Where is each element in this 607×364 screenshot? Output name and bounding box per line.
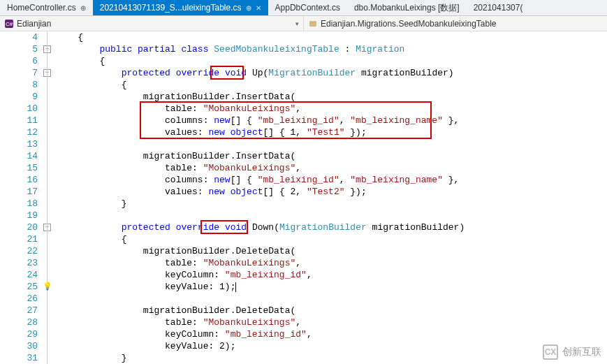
line-number: 28 bbox=[0, 316, 38, 328]
csharp-file-icon: C# bbox=[4, 19, 14, 29]
code-line[interactable]: } bbox=[56, 352, 607, 364]
line-number: 24 bbox=[0, 269, 38, 281]
tab-label: HomeController.cs bbox=[7, 3, 76, 13]
code-editor[interactable]: 4567891011121314151617181920212223242526… bbox=[0, 31, 607, 364]
tab-label: 2021041307( bbox=[474, 3, 523, 13]
code-area[interactable]: { public partial class SeedMobankuleixin… bbox=[54, 31, 607, 364]
line-number: 8 bbox=[0, 79, 38, 91]
line-number: 14 bbox=[0, 150, 38, 162]
code-line[interactable]: protected override void Down(MigrationBu… bbox=[56, 221, 607, 233]
code-line[interactable]: migrationBuilder.DeleteData( bbox=[56, 305, 607, 316]
line-number: 16 bbox=[0, 174, 38, 186]
watermark: CX 创新互联 bbox=[543, 344, 601, 360]
code-line[interactable]: values: new object[] { 2, "Test2" }); bbox=[56, 186, 607, 198]
line-number: 11 bbox=[0, 115, 38, 126]
code-line[interactable]: columns: new[] { "mb_leixing_id", "mb_le… bbox=[56, 174, 607, 186]
code-line[interactable]: table: "MobankuLeixings", bbox=[56, 162, 607, 174]
tab-seedtable-active[interactable]: 20210413071139_S...uleixingTable.cs ⊕ ✕ bbox=[93, 0, 268, 15]
watermark-text: 创新互联 bbox=[562, 346, 601, 358]
line-number: 26 bbox=[0, 293, 38, 305]
tab-homecontroller[interactable]: HomeController.cs ⊕ bbox=[0, 0, 93, 15]
tab-bar: HomeController.cs ⊕ 20210413071139_S...u… bbox=[0, 0, 607, 16]
line-number: 22 bbox=[0, 245, 38, 257]
lightbulb-icon[interactable]: 💡 bbox=[43, 282, 52, 291]
line-number: 30 bbox=[0, 340, 38, 352]
code-line[interactable]: keyColumn: "mb_leixing_id", bbox=[56, 269, 607, 281]
tab-label: dbo.MobankuLeixings [数据] bbox=[354, 2, 460, 14]
line-number: 17 bbox=[0, 186, 38, 198]
line-number: 29 bbox=[0, 328, 38, 340]
code-line[interactable]: keyValue: 2); bbox=[56, 340, 607, 352]
navigation-bar: C# Edianjian ▾ Edianjian.Migrations.Seed… bbox=[0, 16, 607, 31]
code-line[interactable]: table: "MobankuLeixings", bbox=[56, 316, 607, 328]
tab-overflow[interactable]: 2021041307( bbox=[467, 0, 530, 15]
line-number: 5 bbox=[0, 43, 38, 55]
line-number: 4 bbox=[0, 31, 38, 43]
tab-dbo-mobanku[interactable]: dbo.MobankuLeixings [数据] bbox=[347, 0, 467, 15]
fold-column: −−−💡 bbox=[42, 31, 54, 364]
tab-label: 20210413071139_S...uleixingTable.cs bbox=[100, 3, 242, 13]
line-number-gutter: 4567891011121314151617181920212223242526… bbox=[0, 31, 42, 364]
code-line[interactable]: migrationBuilder.InsertData( bbox=[56, 150, 607, 162]
svg-text:C#: C# bbox=[6, 21, 13, 27]
code-line[interactable] bbox=[56, 293, 607, 305]
code-line[interactable]: values: new object[] { 1, "Test1" }); bbox=[56, 126, 607, 138]
line-number: 21 bbox=[0, 233, 38, 245]
code-line[interactable]: { bbox=[56, 31, 607, 43]
nav-project-text: Edianjian bbox=[17, 19, 51, 29]
nav-class-text: Edianjian.Migrations.SeedMobankuleixingT… bbox=[321, 19, 497, 29]
line-number: 10 bbox=[0, 103, 38, 115]
pin-icon: ⊕ bbox=[246, 4, 251, 12]
nav-scope-class[interactable]: Edianjian.Migrations.SeedMobankuleixingT… bbox=[304, 16, 607, 31]
code-line[interactable]: migrationBuilder.DeleteData( bbox=[56, 245, 607, 257]
line-number: 6 bbox=[0, 55, 38, 67]
code-line[interactable]: public partial class SeedMobankuleixingT… bbox=[56, 43, 607, 55]
chevron-down-icon: ▾ bbox=[295, 20, 299, 27]
code-line[interactable] bbox=[56, 210, 607, 221]
code-line[interactable]: { bbox=[56, 55, 607, 67]
code-line[interactable]: } bbox=[56, 198, 607, 210]
line-number: 27 bbox=[0, 305, 38, 316]
code-line[interactable]: { bbox=[56, 79, 607, 91]
code-line[interactable]: protected override void Up(MigrationBuil… bbox=[56, 67, 607, 79]
code-line[interactable]: keyValue: 1); bbox=[56, 281, 607, 293]
code-line[interactable]: table: "MobankuLeixings", bbox=[56, 257, 607, 269]
pin-icon: ⊕ bbox=[80, 4, 86, 12]
code-line[interactable] bbox=[56, 138, 607, 150]
code-line[interactable]: keyColumn: "mb_leixing_id", bbox=[56, 328, 607, 340]
code-line[interactable]: migrationBuilder.InsertData( bbox=[56, 91, 607, 103]
line-number: 15 bbox=[0, 162, 38, 174]
line-number: 23 bbox=[0, 257, 38, 269]
line-number: 18 bbox=[0, 198, 38, 210]
watermark-logo: CX bbox=[543, 344, 558, 360]
line-number: 9 bbox=[0, 91, 38, 103]
code-line[interactable]: table: "MobankuLeixings", bbox=[56, 103, 607, 115]
close-icon[interactable]: ✕ bbox=[256, 4, 261, 12]
line-number: 25 bbox=[0, 281, 38, 293]
line-number: 7 bbox=[0, 67, 38, 79]
code-line[interactable]: { bbox=[56, 233, 607, 245]
line-number: 12 bbox=[0, 126, 38, 138]
code-line[interactable]: columns: new[] { "mb_leixing_id", "mb_le… bbox=[56, 115, 607, 126]
nav-scope-project[interactable]: C# Edianjian ▾ bbox=[0, 16, 304, 31]
tab-label: AppDbContext.cs bbox=[275, 3, 340, 13]
class-icon bbox=[308, 19, 318, 29]
line-number: 31 bbox=[0, 352, 38, 364]
line-number: 19 bbox=[0, 210, 38, 221]
line-number: 20 bbox=[0, 221, 38, 233]
line-number: 13 bbox=[0, 138, 38, 150]
svg-rect-2 bbox=[309, 21, 316, 27]
tab-appdbcontext[interactable]: AppDbContext.cs bbox=[268, 0, 347, 15]
